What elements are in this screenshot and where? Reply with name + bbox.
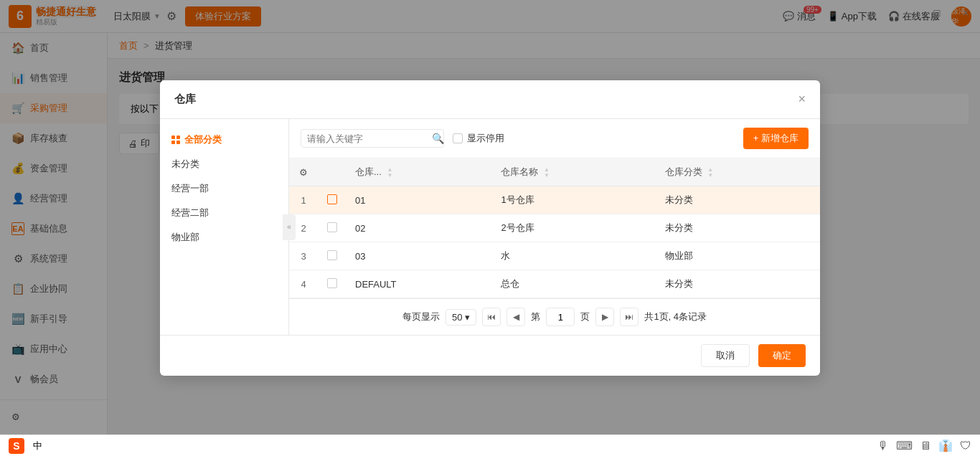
window-controls: — ⊡ × xyxy=(894,0,980,26)
row-checkbox-cell[interactable] xyxy=(318,270,347,298)
table-row[interactable]: 4 DEFAULT 总仓 未分类 xyxy=(289,270,820,298)
row-name: 总仓 xyxy=(492,270,656,298)
page-size-label: 每页显示 xyxy=(402,310,440,323)
cloth-icon[interactable]: 👔 xyxy=(938,439,953,452)
table-row[interactable]: 1 01 1号仓库 未分类 xyxy=(289,186,820,214)
statusbar-icons: 🎙 ⌨ 🖥 👔 🛡 xyxy=(877,439,971,452)
row-category: 未分类 xyxy=(656,186,820,214)
th-category[interactable]: 仓库分类 ▲ ▼ xyxy=(656,158,820,186)
category-all[interactable]: 全部分类 xyxy=(160,128,288,152)
row-code: 01 xyxy=(347,186,492,214)
row-actions: 3 xyxy=(289,242,318,270)
table-header-row: ⚙ 仓库... ▲ ▼ 仓库名称 xyxy=(289,158,820,186)
search-input[interactable] xyxy=(307,133,428,144)
category-property[interactable]: 物业部 xyxy=(160,225,288,250)
row-name: 1号仓库 xyxy=(492,186,656,214)
row-actions: 4 xyxy=(289,270,318,298)
row-code: 02 xyxy=(347,214,492,242)
category-unclassified[interactable]: 未分类 xyxy=(160,152,288,176)
monitor-icon[interactable]: 🖥 xyxy=(920,440,931,452)
category-ops2[interactable]: 经营二部 xyxy=(160,201,288,225)
statusbar: S 中 🎙 ⌨ 🖥 👔 🛡 xyxy=(0,434,980,456)
last-page-button[interactable]: ⏭ xyxy=(620,308,639,326)
row-actions: 1 xyxy=(289,186,318,214)
row-name: 水 xyxy=(492,242,656,270)
row-checkbox[interactable] xyxy=(327,194,337,204)
th-gear[interactable]: ⚙ xyxy=(289,158,318,186)
modal-body: 全部分类 未分类 经营一部 经营二部 物业部 « xyxy=(160,119,820,335)
modal-category-sidebar: 全部分类 未分类 经营一部 经营二部 物业部 « xyxy=(160,119,289,335)
sort-category-icon: ▲ ▼ xyxy=(707,167,713,179)
page-number-input[interactable] xyxy=(546,308,575,326)
row-checkbox-cell[interactable] xyxy=(318,186,347,214)
search-icon[interactable]: 🔍 xyxy=(432,133,444,144)
minimize-button[interactable]: — xyxy=(894,0,923,26)
show-disabled-checkbox[interactable] xyxy=(453,133,463,143)
category-ops1-label: 经营一部 xyxy=(171,182,209,195)
category-unclassified-label: 未分类 xyxy=(171,158,199,171)
modal-table-area: 🔍 显示停用 + 新增仓库 ⚙ xyxy=(289,119,820,335)
sort-code-icon: ▲ ▼ xyxy=(387,167,392,179)
total-info: 共1页, 4条记录 xyxy=(644,310,707,323)
table-body: 1 01 1号仓库 未分类 2 02 2号仓库 未分类 3 03 水 物业部 4… xyxy=(289,186,820,298)
row-checkbox-cell[interactable] xyxy=(318,242,347,270)
th-code[interactable]: 仓库... ▲ ▼ xyxy=(347,158,492,186)
modal-overlay: 仓库 × 全部分类 未分类 经营 xyxy=(0,0,980,456)
modal-toolbar: 🔍 显示停用 + 新增仓库 xyxy=(289,119,820,158)
modal-title: 仓库 xyxy=(174,92,196,106)
prev-page-button[interactable]: ◀ xyxy=(507,308,525,326)
first-page-button[interactable]: ⏮ xyxy=(482,308,501,326)
close-button[interactable]: × xyxy=(951,0,980,26)
modal-table: ⚙ 仓库... ▲ ▼ 仓库名称 xyxy=(289,158,820,298)
row-name: 2号仓库 xyxy=(492,214,656,242)
row-checkbox[interactable] xyxy=(327,222,337,232)
modal-footer: 取消 确定 xyxy=(160,335,820,376)
page-unit: 页 xyxy=(580,310,590,323)
row-checkbox-cell[interactable] xyxy=(318,214,347,242)
modal-header: 仓库 × xyxy=(160,80,820,119)
category-property-label: 物业部 xyxy=(171,231,199,244)
confirm-button[interactable]: 确定 xyxy=(758,344,806,367)
next-page-button[interactable]: ▶ xyxy=(595,308,614,326)
row-category: 未分类 xyxy=(656,214,820,242)
table-row[interactable]: 2 02 2号仓库 未分类 xyxy=(289,214,820,242)
warehouse-modal: 仓库 × 全部分类 未分类 经营 xyxy=(160,80,820,376)
th-check xyxy=(318,158,347,186)
warehouse-table: ⚙ 仓库... ▲ ▼ 仓库名称 xyxy=(289,158,820,298)
page-size-value: 50 xyxy=(452,312,462,323)
mic-icon[interactable]: 🎙 xyxy=(877,440,889,452)
sidebar-collapse-button[interactable]: « xyxy=(283,214,296,240)
th-name[interactable]: 仓库名称 ▲ ▼ xyxy=(492,158,656,186)
row-checkbox[interactable] xyxy=(327,250,337,260)
modal-close-button[interactable]: × xyxy=(798,92,806,107)
row-code: 03 xyxy=(347,242,492,270)
row-category: 物业部 xyxy=(656,242,820,270)
row-code: DEFAULT xyxy=(347,270,492,298)
row-checkbox[interactable] xyxy=(327,278,337,288)
table-head: ⚙ 仓库... ▲ ▼ 仓库名称 xyxy=(289,158,820,186)
category-all-label: 全部分类 xyxy=(184,133,222,146)
search-box: 🔍 xyxy=(301,129,444,148)
show-disabled-toggle[interactable]: 显示停用 xyxy=(453,132,504,145)
statusbar-text: 中 xyxy=(33,440,42,452)
page-size-select[interactable]: 50 ▾ xyxy=(446,309,476,326)
show-disabled-label: 显示停用 xyxy=(467,132,504,145)
table-row[interactable]: 3 03 水 物业部 xyxy=(289,242,820,270)
category-ops1[interactable]: 经营一部 xyxy=(160,176,288,201)
maximize-button[interactable]: ⊡ xyxy=(923,0,951,26)
cancel-button[interactable]: 取消 xyxy=(701,344,750,367)
category-ops2-label: 经营二部 xyxy=(171,206,209,219)
page-label: 第 xyxy=(531,310,540,323)
modal-pagination: 每页显示 50 ▾ ⏮ ◀ 第 页 ▶ ⏭ 共1页, 4条记录 xyxy=(289,298,820,335)
statusbar-logo: S xyxy=(9,438,24,454)
category-icon xyxy=(171,136,180,144)
page-size-arrow: ▾ xyxy=(465,312,470,323)
keyboard-icon[interactable]: ⌨ xyxy=(896,439,913,452)
sort-name-icon: ▲ ▼ xyxy=(544,167,550,179)
row-category: 未分类 xyxy=(656,270,820,298)
shield-icon[interactable]: 🛡 xyxy=(960,440,971,452)
add-warehouse-button[interactable]: + 新增仓库 xyxy=(743,128,809,149)
